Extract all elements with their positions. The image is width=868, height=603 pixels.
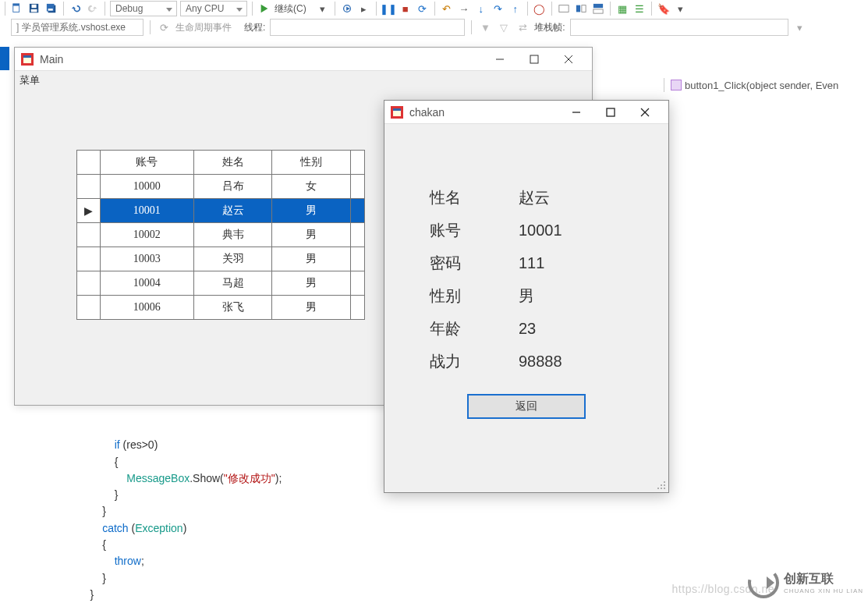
row-header[interactable]: ▶ — [77, 199, 101, 223]
cell-sex[interactable]: 男 — [272, 296, 351, 320]
maximize-button[interactable] — [517, 48, 551, 71]
cell-sex[interactable]: 男 — [272, 271, 351, 296]
tool2-icon[interactable] — [574, 2, 588, 16]
stack-dropdown[interactable] — [570, 19, 788, 36]
stop-icon[interactable]: ■ — [399, 2, 413, 16]
cell-sex[interactable]: 女 — [272, 175, 351, 199]
cell-name[interactable]: 赵云 — [193, 199, 272, 223]
separator — [63, 2, 64, 16]
cell-id[interactable]: 10004 — [101, 271, 194, 296]
tool3-icon[interactable] — [591, 2, 605, 16]
field-pwd: 密码111 — [430, 252, 668, 274]
table-row[interactable]: 10004马超男 — [77, 271, 365, 296]
cell-id[interactable]: 10000 — [101, 175, 194, 199]
code-editor[interactable]: if (res>0) { MessageBox.Show("修改成功"); } … — [78, 421, 624, 603]
breakpoint-icon[interactable]: ◯ — [533, 2, 547, 16]
cell-extra — [351, 247, 365, 271]
cell-id[interactable]: 10003 — [101, 247, 194, 271]
layout1-icon[interactable]: ▦ — [615, 2, 629, 16]
main-title: Main — [40, 53, 483, 66]
cell-name[interactable]: 马超 — [193, 271, 272, 296]
code-line: } — [78, 488, 118, 501]
close-button[interactable] — [551, 48, 586, 71]
cell-name[interactable]: 吕布 — [193, 175, 272, 199]
step-into-icon[interactable]: ↓ — [474, 2, 488, 16]
cell-extra — [351, 296, 365, 320]
row-header[interactable] — [77, 271, 101, 296]
stack-down-icon[interactable]: ▾ — [793, 20, 807, 34]
back-button[interactable]: 返回 — [467, 394, 586, 419]
save-all-icon[interactable] — [44, 2, 58, 16]
chevron-down-icon[interactable]: ▾ — [316, 2, 330, 16]
table-row[interactable]: 10006张飞男 — [77, 296, 365, 320]
redo-icon[interactable] — [86, 2, 100, 16]
config-dropdown[interactable]: Debug — [110, 1, 177, 16]
continue-label[interactable]: 继续(C) — [275, 2, 306, 16]
cell-id[interactable]: 10006 — [101, 296, 194, 320]
cell-id[interactable]: 10002 — [101, 223, 194, 247]
show-next-icon[interactable]: → — [457, 2, 471, 16]
menu-item[interactable]: 菜单 — [19, 73, 40, 87]
continue-icon[interactable] — [257, 2, 271, 16]
row-header[interactable] — [77, 296, 101, 320]
cell-name[interactable]: 关羽 — [193, 247, 272, 271]
cell-sex[interactable]: 男 — [272, 199, 351, 223]
filter-icon[interactable]: ▼ — [478, 20, 492, 34]
main-titlebar[interactable]: Main — [15, 48, 592, 71]
close-button[interactable] — [628, 101, 662, 124]
cell-sex[interactable]: 男 — [272, 223, 351, 247]
step-out-icon[interactable]: ↑ — [508, 2, 523, 16]
minimize-button[interactable] — [559, 101, 593, 124]
process-dropdown[interactable]: ] 学员管理系统.vshost.exe — [11, 19, 143, 36]
platform-dropdown[interactable]: Any CPU — [180, 1, 247, 16]
minimize-button[interactable] — [483, 48, 517, 71]
separator — [335, 2, 335, 16]
filter2-icon[interactable]: ▽ — [497, 20, 511, 34]
row-header[interactable] — [77, 223, 101, 247]
layout2-icon[interactable]: ☰ — [632, 2, 647, 16]
step-over-icon[interactable]: ↷ — [491, 2, 505, 16]
save-icon[interactable] — [27, 2, 41, 16]
code-line: MessageBox.Show("修改成功"); — [78, 472, 282, 484]
svg-point-30 — [664, 481, 665, 483]
svg-rect-4 — [32, 5, 37, 8]
debug-step-icon[interactable]: ▸ — [357, 2, 371, 16]
lifecycle-icon[interactable]: ⟳ — [157, 20, 171, 34]
col-id[interactable]: 账号 — [101, 151, 194, 175]
tool1-icon[interactable] — [557, 2, 571, 16]
data-grid[interactable]: 账号 姓名 性别 10000吕布女▶10001赵云男10002典韦男10003关… — [76, 150, 365, 320]
cell-id[interactable]: 10001 — [101, 199, 194, 223]
file-icon[interactable] — [10, 2, 24, 16]
table-row[interactable]: ▶10001赵云男 — [77, 199, 365, 223]
row-header[interactable] — [77, 247, 101, 271]
table-row[interactable]: 10003关羽男 — [77, 247, 365, 271]
step-back-icon[interactable]: ↶ — [440, 2, 454, 16]
selected-tab-strip — [0, 47, 9, 70]
process-name: 学员管理系统.vshost.exe — [22, 21, 126, 34]
swap-icon[interactable]: ⇄ — [515, 20, 530, 34]
cell-name[interactable]: 张飞 — [193, 296, 272, 320]
col-sex[interactable]: 性别 — [272, 151, 351, 175]
table-row[interactable]: 10002典韦男 — [77, 223, 365, 247]
cell-name[interactable]: 典韦 — [193, 223, 272, 247]
chakan-titlebar[interactable]: chakan — [384, 101, 668, 124]
brand-en: CHUANG XIN HU LIAN — [784, 587, 863, 594]
separator — [252, 2, 253, 16]
cell-sex[interactable]: 男 — [272, 247, 351, 271]
restart-icon[interactable]: ⟳ — [416, 2, 430, 16]
code-line: { — [78, 538, 106, 551]
resize-grip[interactable] — [657, 481, 666, 490]
pause-icon[interactable]: ❚❚ — [381, 2, 395, 16]
thread-dropdown[interactable] — [270, 19, 465, 36]
col-name[interactable]: 姓名 — [193, 151, 272, 175]
row-header[interactable] — [77, 175, 101, 199]
bookmark-icon[interactable]: 🔖 — [657, 2, 671, 16]
member-dropdown[interactable]: button1_Click(object sender, Even — [664, 76, 866, 94]
bookmark2-icon[interactable]: ▾ — [674, 2, 688, 16]
undo-icon[interactable] — [69, 2, 83, 16]
table-row[interactable]: 10000吕布女 — [77, 175, 365, 199]
debug-target-icon[interactable] — [340, 2, 354, 16]
separator — [150, 20, 151, 34]
menubar: 菜单 — [15, 71, 592, 90]
maximize-button[interactable] — [593, 101, 628, 124]
